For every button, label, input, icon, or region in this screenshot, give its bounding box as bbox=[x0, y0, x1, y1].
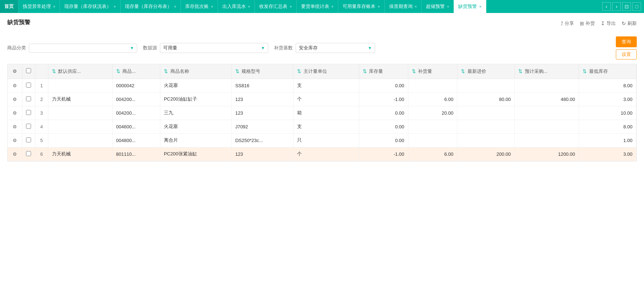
row-stock-cell: 0.00 bbox=[359, 79, 408, 92]
nav-tab-inventory-dist[interactable]: 现存量（库存分布表） × bbox=[121, 0, 181, 13]
close-icon[interactable]: × bbox=[331, 4, 334, 9]
row-checkbox-cell[interactable] bbox=[22, 147, 35, 161]
row-checkbox[interactable] bbox=[26, 110, 31, 115]
sort-icon: ⇅ bbox=[52, 69, 56, 74]
select-all-checkbox[interactable] bbox=[26, 68, 31, 73]
gear-icon: ⚙ bbox=[13, 97, 17, 102]
row-latest-price-cell: 200.00 bbox=[457, 147, 515, 161]
close-icon[interactable]: × bbox=[378, 4, 380, 9]
close-icon[interactable]: × bbox=[53, 4, 55, 9]
row-goods-code-cell: 004200... bbox=[112, 106, 160, 120]
col-stock-header[interactable]: ⇅ 库存量 bbox=[359, 64, 408, 79]
replenish-icon: ⊞ bbox=[580, 21, 584, 26]
col-latest-price-header[interactable]: ⇅ 最新进价 bbox=[457, 64, 515, 79]
row-min-stock-cell: 8.00 bbox=[579, 79, 636, 92]
replenish-button[interactable]: ⊞ 补货 bbox=[580, 20, 595, 27]
row-settings-cell[interactable]: ⚙ bbox=[8, 106, 22, 120]
col-settings-header[interactable]: ⚙ bbox=[8, 64, 22, 79]
row-replenish-cell: 6.00 bbox=[408, 92, 457, 106]
export-button[interactable]: ↧ 导出 bbox=[601, 20, 616, 27]
row-checkbox[interactable] bbox=[26, 137, 31, 142]
sort-icon: ⇅ bbox=[461, 69, 465, 74]
table-row[interactable]: ⚙ 5 004800... 离合片 DS250*23c... 只 0.00 1.… bbox=[8, 133, 636, 147]
row-checkbox[interactable] bbox=[26, 96, 31, 101]
share-button[interactable]: ⤴ 分享 bbox=[561, 20, 574, 27]
nav-tab-expiry[interactable]: 保质期查询 × bbox=[385, 0, 422, 13]
refresh-button[interactable]: ↻ 刷新 bbox=[622, 20, 637, 27]
nav-prev-button[interactable]: ‹ bbox=[602, 2, 611, 11]
nav-tab-home[interactable]: 首页 bbox=[0, 0, 18, 13]
row-checkbox-cell[interactable] bbox=[22, 79, 35, 92]
nav-tab-flow[interactable]: 出入库流水 × bbox=[218, 0, 255, 13]
nav-tab-batch[interactable]: 库存批次账 × bbox=[181, 0, 218, 13]
row-supplier-cell bbox=[48, 133, 112, 147]
row-checkbox[interactable] bbox=[26, 83, 31, 88]
row-est-purchase-cell bbox=[514, 79, 579, 92]
row-settings-cell[interactable]: ⚙ bbox=[8, 92, 22, 106]
row-est-purchase-cell bbox=[514, 106, 579, 120]
table-row[interactable]: ⚙ 1 0000042 火花塞 SS816 支 0.00 8.00 bbox=[8, 79, 636, 92]
row-supplier-cell: 力天机械 bbox=[48, 147, 112, 161]
row-settings-cell[interactable]: ⚙ bbox=[8, 120, 22, 133]
col-supplier-header[interactable]: ⇅ 默认供应... bbox=[48, 64, 112, 79]
row-goods-name-cell: 三九 bbox=[160, 106, 231, 120]
col-goods-code-header[interactable]: ⇅ 商品... bbox=[112, 64, 160, 79]
nav-tab-available[interactable]: 可用量库存账本 × bbox=[338, 0, 384, 13]
row-settings-cell[interactable]: ⚙ bbox=[8, 79, 22, 92]
nav-tab-shortage[interactable]: 缺货预警 × bbox=[454, 0, 486, 13]
col-checkbox-header[interactable] bbox=[22, 64, 35, 79]
row-goods-name-cell: 火花塞 bbox=[160, 79, 231, 92]
row-replenish-cell: 20.00 bbox=[408, 106, 457, 120]
nav-tab-overstock[interactable]: 超储预警 × bbox=[422, 0, 454, 13]
close-icon[interactable]: × bbox=[415, 4, 417, 9]
nav-restore-button[interactable]: ⊡ bbox=[622, 2, 631, 11]
table-row[interactable]: ⚙ 6 力天机械 801110... PC200张紧油缸 123 个 -1.00… bbox=[8, 147, 636, 161]
row-unit-cell: 只 bbox=[293, 133, 359, 147]
datasource-select[interactable]: 可用量 ▼ bbox=[160, 43, 268, 53]
nav-next-button[interactable]: › bbox=[612, 2, 621, 11]
row-supplier-cell: 力天机械 bbox=[48, 92, 112, 106]
close-icon[interactable]: × bbox=[248, 4, 250, 9]
row-settings-cell[interactable]: ⚙ bbox=[8, 133, 22, 147]
row-replenish-cell: 6.00 bbox=[408, 147, 457, 161]
close-icon[interactable]: × bbox=[174, 4, 176, 9]
query-button[interactable]: 查询 bbox=[616, 36, 637, 47]
col-unit-header[interactable]: ⇅ 主计量单位 bbox=[293, 64, 359, 79]
row-checkbox-cell[interactable] bbox=[22, 92, 35, 106]
col-spec-header[interactable]: ⇅ 规格型号 bbox=[231, 64, 293, 79]
row-latest-price-cell: 80.00 bbox=[457, 92, 515, 106]
close-icon[interactable]: × bbox=[290, 4, 292, 9]
category-select[interactable]: ▼ bbox=[29, 44, 137, 53]
row-goods-name-cell: 火花塞 bbox=[160, 120, 231, 133]
row-checkbox-cell[interactable] bbox=[22, 133, 35, 147]
row-checkbox-cell[interactable] bbox=[22, 106, 35, 120]
nav-tab-receipt[interactable]: 收发存汇总表 × bbox=[255, 0, 296, 13]
col-replenish-header[interactable]: ⇅ 补货量 bbox=[408, 64, 457, 79]
nav-tab-demand[interactable]: 要货单统计表 × bbox=[297, 0, 338, 13]
nav-tab-inventory-status[interactable]: 现存量（库存状况表） × bbox=[60, 0, 120, 13]
close-icon[interactable]: × bbox=[447, 4, 449, 9]
col-goods-name-header[interactable]: ⇅ 商品名称 bbox=[160, 64, 231, 79]
table-row[interactable]: ⚙ 4 004600... 火花塞 J7092 支 0.00 8.00 bbox=[8, 120, 636, 133]
row-stock-cell: 0.00 bbox=[359, 106, 408, 120]
sort-icon: ⇅ bbox=[518, 69, 522, 74]
table-row[interactable]: ⚙ 2 力天机械 004200... PC200油缸缸子 123 个 -1.00… bbox=[8, 92, 636, 106]
replenish-base-select[interactable]: 安全库存 ▼ bbox=[296, 43, 375, 53]
close-icon[interactable]: × bbox=[479, 4, 481, 9]
settings-button[interactable]: 设置 bbox=[616, 49, 637, 59]
col-est-purchase-header[interactable]: ⇅ 预计采购... bbox=[514, 64, 579, 79]
nav-tab-abnormal[interactable]: 拣货异常处理 × bbox=[18, 0, 60, 13]
row-checkbox[interactable] bbox=[26, 151, 31, 156]
row-checkbox[interactable] bbox=[26, 124, 31, 129]
col-min-stock-header[interactable]: ⇅ 最低库存 bbox=[579, 64, 636, 79]
row-min-stock-cell: 3.00 bbox=[579, 92, 636, 106]
gear-icon: ⚙ bbox=[13, 110, 17, 116]
nav-maximize-button[interactable]: □ bbox=[632, 2, 641, 11]
row-settings-cell[interactable]: ⚙ bbox=[8, 147, 22, 161]
close-icon[interactable]: × bbox=[211, 4, 213, 9]
table-row[interactable]: ⚙ 3 004200... 三九 123 箱 0.00 20.00 10.00 bbox=[8, 106, 636, 120]
sort-icon: ⇅ bbox=[235, 69, 239, 74]
replenish-base-filter-group: 补货基数 安全库存 ▼ bbox=[274, 43, 375, 53]
close-icon[interactable]: × bbox=[113, 4, 116, 9]
row-checkbox-cell[interactable] bbox=[22, 120, 35, 133]
